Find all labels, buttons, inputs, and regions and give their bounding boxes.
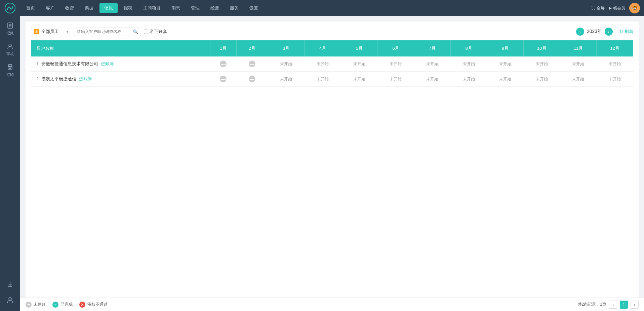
cell-name-1: 2漠澳太平畅捷通信进账簿 — [31, 72, 210, 87]
sidebar-audit-label: 审核 — [6, 51, 14, 56]
nav-tax[interactable]: 报税 — [119, 3, 137, 13]
status-not-started: 未开始 — [280, 77, 292, 81]
cell-m4-0: 未开始 — [305, 56, 341, 72]
company-name: 漠澳太平畅捷通信 — [41, 76, 76, 81]
year-navigation: ‹ 2023年 › — [576, 28, 613, 36]
col-header-m1: 1月 — [210, 40, 236, 56]
cell-m5-0: 未开始 — [341, 56, 377, 72]
user-avatar[interactable]: 🐯 — [629, 3, 640, 13]
col-header-m4: 4月 — [305, 40, 341, 56]
next-page-button[interactable]: › — [631, 301, 639, 309]
status-not-started: 未开始 — [536, 77, 548, 81]
nav-customer[interactable]: 客户 — [41, 3, 59, 13]
sidebar-print-label: 打印 — [6, 72, 14, 77]
vip-icon: ▶ — [609, 6, 612, 10]
col-header-m3: 3月 — [268, 40, 305, 56]
fullscreen-label: 全屏 — [597, 5, 605, 11]
nav-ledger[interactable]: 记账 — [99, 3, 118, 13]
legend-rejected: 审核不通过 — [79, 302, 108, 308]
cell-m2-0: — — [236, 56, 268, 72]
nav-right: ⛶ 全屏 ▶ 畅会员 🐯 — [591, 3, 640, 13]
cell-m10-0: 未开始 — [524, 56, 560, 72]
audit-icon — [6, 42, 14, 50]
nav-settings[interactable]: 设置 — [245, 3, 263, 13]
nav-invoice[interactable]: 票据 — [80, 3, 98, 13]
status-not-started: 未开始 — [317, 62, 329, 66]
status-not-started: 未开始 — [536, 62, 548, 66]
col-header-m7: 7月 — [414, 40, 451, 56]
status-not-started: 未开始 — [426, 62, 438, 66]
employee-select[interactable]: 全 全部员工 ▾ — [31, 27, 71, 36]
next-year-button[interactable]: › — [605, 28, 613, 36]
nav-operation[interactable]: 经营 — [206, 3, 224, 13]
page-1-button[interactable]: 1 — [620, 301, 628, 309]
fullscreen-button[interactable]: ⛶ 全屏 — [591, 5, 605, 11]
cell-m10-1: 未开始 — [524, 72, 560, 87]
nav-message[interactable]: 消息 — [167, 3, 185, 13]
status-not-started: 未开始 — [499, 77, 511, 81]
status-not-started: 未开始 — [317, 77, 329, 81]
status-not-started: 未开始 — [426, 77, 438, 81]
refresh-button[interactable]: ↻ 刷新 — [619, 29, 633, 35]
status-not-started: 未开始 — [390, 62, 402, 66]
cell-m8-0: 未开始 — [450, 56, 487, 72]
cell-m7-1: 未开始 — [414, 72, 451, 87]
nav-business[interactable]: 工商项目 — [138, 3, 165, 13]
nav-service[interactable]: 服务 — [225, 3, 243, 13]
row-num: 1 — [36, 61, 39, 66]
col-header-m9: 9月 — [487, 40, 524, 56]
nav-billing[interactable]: 收费 — [61, 3, 79, 13]
own-account-checkbox-wrap[interactable]: 名下账套 — [144, 29, 167, 35]
vip-button[interactable]: ▶ 畅会员 — [609, 5, 625, 11]
sidebar-download[interactable] — [1, 277, 19, 291]
cell-m2-1: — — [236, 72, 268, 87]
sidebar-item-ledger[interactable]: 记账 — [1, 19, 19, 38]
col-header-name: 客户名称 — [31, 40, 210, 56]
cell-m12-0: 未开始 — [597, 56, 633, 72]
not-built-dot — [26, 302, 32, 308]
col-header-m5: 5月 — [341, 40, 377, 56]
toolbar: 全 全部员工 ▾ 🔍 名下账套 ‹ 2023年 › ↻ 刷新 — [31, 27, 633, 36]
status-not-started: 未开始 — [572, 62, 584, 66]
status-dot-gray: — — [249, 76, 255, 82]
sidebar-bottom — [1, 277, 19, 308]
prev-year-button[interactable]: ‹ — [576, 28, 584, 36]
nav-manage[interactable]: 管理 — [186, 3, 204, 13]
sidebar-item-audit[interactable]: 审核 — [1, 40, 19, 59]
fullscreen-icon: ⛶ — [591, 6, 595, 10]
cell-m8-1: 未开始 — [450, 72, 487, 87]
row-num: 2 — [36, 76, 39, 81]
completed-label: 已完成 — [61, 302, 73, 307]
status-dot-gray: — — [220, 61, 227, 67]
cell-m3-0: 未开始 — [268, 56, 305, 72]
enter-ledger-link[interactable]: 进账簿 — [101, 61, 114, 66]
cell-m9-1: 未开始 — [487, 72, 524, 87]
status-not-started: 未开始 — [463, 77, 475, 81]
table-row: 2漠澳太平畅捷通信进账簿——未开始未开始未开始未开始未开始未开始未开始未开始未开… — [31, 72, 633, 87]
nav-home[interactable]: 首页 — [22, 3, 40, 13]
company-name: 安徽畅捷通信息技术有限公司 — [41, 61, 98, 66]
status-dot-gray: — — [220, 76, 227, 82]
cell-m4-1: 未开始 — [305, 72, 341, 87]
own-account-checkbox[interactable] — [144, 30, 148, 34]
prev-page-button[interactable]: ‹ — [609, 301, 617, 309]
search-icon[interactable]: 🔍 — [133, 29, 138, 34]
status-not-started: 未开始 — [499, 62, 511, 66]
search-input[interactable] — [77, 29, 131, 34]
own-account-label: 名下账套 — [150, 29, 167, 35]
pagination-summary: 共2条记录，1页 — [578, 302, 606, 307]
col-header-m8: 8月 — [450, 40, 487, 56]
cell-m7-0: 未开始 — [414, 56, 451, 72]
sidebar-item-print[interactable]: 打印 — [1, 61, 19, 80]
app-logo — [4, 2, 16, 14]
enter-ledger-link[interactable]: 进账簿 — [79, 76, 92, 81]
nav-items: 首页 客户 收费 票据 记账 报税 工商项目 消息 管理 经营 服务 设置 — [22, 3, 591, 13]
refresh-icon: ↻ — [619, 29, 623, 34]
sidebar-user[interactable] — [1, 294, 19, 307]
search-wrap: 🔍 — [74, 28, 141, 36]
download-icon — [6, 280, 14, 288]
sidebar-ledger-label: 记账 — [6, 31, 14, 36]
refresh-label: 刷新 — [625, 29, 633, 35]
legend-not-built: 未建账 — [26, 302, 46, 308]
cell-m9-0: 未开始 — [487, 56, 524, 72]
